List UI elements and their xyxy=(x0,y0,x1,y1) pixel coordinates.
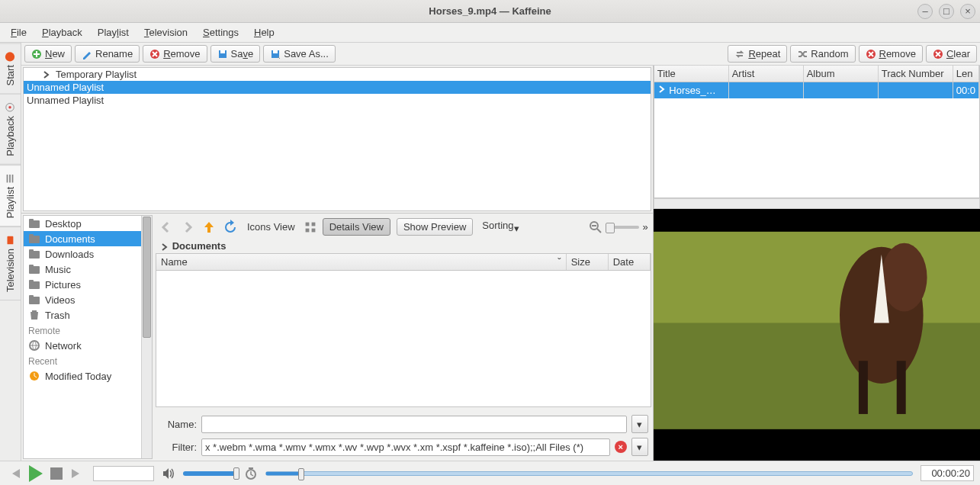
icons-view-icon[interactable] xyxy=(304,221,316,233)
maximize-button[interactable]: □ xyxy=(939,4,954,19)
menu-help[interactable]: Help xyxy=(246,24,282,40)
show-preview-button[interactable]: Show Preview xyxy=(397,218,473,236)
vtab-playback[interactable]: Playback xyxy=(0,94,21,165)
vtab-start[interactable]: Start xyxy=(0,43,21,94)
back-icon[interactable] xyxy=(159,220,174,235)
place-music[interactable]: Music xyxy=(24,262,152,277)
filter-input[interactable] xyxy=(201,438,610,456)
svg-rect-30 xyxy=(305,222,309,226)
seek-slider[interactable] xyxy=(265,471,913,476)
place-videos[interactable]: Videos xyxy=(24,292,152,307)
place-recent: Recent xyxy=(24,353,152,368)
col-name[interactable]: Name ˇ xyxy=(156,254,567,270)
place-downloads[interactable]: Downloads xyxy=(24,246,152,262)
overflow-icon[interactable]: » xyxy=(642,221,647,233)
remove-button[interactable]: Remove xyxy=(143,45,207,63)
playlist-row[interactable]: Temporary Playlist xyxy=(24,68,651,81)
save-as--button[interactable]: Save As... xyxy=(263,45,336,63)
col-size[interactable]: Size xyxy=(567,254,609,270)
menu-playback[interactable]: Playback xyxy=(34,24,90,40)
repeat-button[interactable]: Repeat xyxy=(728,45,787,63)
svg-rect-5 xyxy=(12,175,14,183)
place-modified-today[interactable]: Modified Today xyxy=(24,368,152,384)
menu-playlist[interactable]: Playlist xyxy=(90,24,137,40)
clear-button[interactable]: Clear xyxy=(926,45,977,63)
svg-rect-18 xyxy=(29,234,34,237)
forward-icon[interactable] xyxy=(180,220,195,235)
col-length[interactable]: Len xyxy=(953,66,979,82)
stop-button[interactable] xyxy=(50,467,63,480)
menu-television[interactable]: Television xyxy=(137,24,195,40)
file-list[interactable]: Name ˇ Size Date xyxy=(156,253,651,407)
breadcrumb[interactable]: Documents xyxy=(156,239,651,253)
svg-point-0 xyxy=(5,52,14,61)
svg-rect-24 xyxy=(29,280,34,283)
svg-rect-39 xyxy=(654,232,980,323)
track-list[interactable]: Horses_… 00:0 xyxy=(654,82,980,198)
save-button[interactable]: Save xyxy=(210,45,261,63)
col-album[interactable]: Album xyxy=(804,66,879,82)
playlist-row[interactable]: Unnamed Playlist xyxy=(24,81,651,94)
zoom-out-icon[interactable] xyxy=(589,220,602,234)
svg-point-2 xyxy=(9,107,12,110)
col-trackno[interactable]: Track Number xyxy=(879,66,953,82)
playback-bar: 00:00:20 xyxy=(0,461,980,485)
prev-track-icon[interactable] xyxy=(6,466,21,481)
place-documents[interactable]: Documents xyxy=(24,231,152,246)
position-box[interactable] xyxy=(93,466,154,481)
name-input[interactable] xyxy=(201,416,627,433)
timer-icon[interactable] xyxy=(244,467,258,480)
filter-label: Filter: xyxy=(159,442,197,453)
svg-rect-32 xyxy=(305,228,309,232)
place-network[interactable]: Network xyxy=(24,338,152,353)
svg-rect-12 xyxy=(273,50,278,53)
titlebar: Horses_9.mp4 — Kaffeine – □ × xyxy=(0,0,980,23)
place-trash[interactable]: Trash xyxy=(24,307,152,323)
name-label: Name: xyxy=(159,419,197,430)
volume-slider[interactable] xyxy=(183,471,236,476)
place-remote: Remote xyxy=(24,323,152,338)
menu-file[interactable]: File xyxy=(3,24,34,40)
next-track-icon[interactable] xyxy=(70,466,85,481)
remove-button[interactable]: Remove xyxy=(859,45,923,63)
svg-rect-27 xyxy=(32,310,37,312)
video-preview[interactable] xyxy=(654,209,980,461)
menu-settings[interactable]: Settings xyxy=(195,24,246,40)
icons-view-label[interactable]: Icons View xyxy=(244,221,298,233)
playlist-row[interactable]: Unnamed Playlist xyxy=(24,94,651,107)
places-panel[interactable]: DesktopDocumentsDownloadsMusicPicturesVi… xyxy=(23,215,153,459)
playlist-tree[interactable]: Temporary PlaylistUnnamed PlaylistUnname… xyxy=(23,67,651,211)
svg-rect-4 xyxy=(10,175,11,183)
new-button[interactable]: New xyxy=(24,45,72,63)
zoom-slider[interactable] xyxy=(606,226,639,229)
random-button[interactable]: Random xyxy=(790,45,855,63)
minimize-button[interactable]: – xyxy=(917,4,933,19)
filter-dropdown[interactable]: ▾ xyxy=(631,438,648,456)
play-button[interactable] xyxy=(29,465,43,482)
details-view-button[interactable]: Details View xyxy=(323,218,390,236)
menubar: File Playback Playlist Television Settin… xyxy=(0,23,980,43)
svg-rect-20 xyxy=(29,249,34,252)
sorting-label[interactable]: Sorting▾ xyxy=(479,220,522,234)
col-artist[interactable]: Artist xyxy=(729,66,804,82)
svg-point-41 xyxy=(881,243,927,312)
side-tabs: Start Playback Playlist Television xyxy=(0,43,21,461)
browser-toolbar: Icons View Details View Show Preview Sor… xyxy=(156,215,651,239)
close-button[interactable]: × xyxy=(960,4,975,19)
track-hscroll[interactable] xyxy=(654,198,980,209)
place-desktop[interactable]: Desktop xyxy=(24,216,152,231)
svg-rect-43 xyxy=(896,361,905,414)
col-date[interactable]: Date xyxy=(609,254,651,270)
vtab-television[interactable]: Television xyxy=(0,226,21,300)
col-title[interactable]: Title xyxy=(654,66,729,82)
volume-icon[interactable] xyxy=(162,467,175,480)
name-dropdown[interactable]: ▾ xyxy=(631,415,648,433)
place-pictures[interactable]: Pictures xyxy=(24,277,152,292)
track-row[interactable]: Horses_… 00:0 xyxy=(654,82,979,98)
clear-filter-icon[interactable]: × xyxy=(615,441,627,453)
vtab-playlist[interactable]: Playlist xyxy=(0,165,21,226)
rename-button[interactable]: Rename xyxy=(75,45,140,63)
svg-rect-10 xyxy=(220,50,225,53)
reload-icon[interactable] xyxy=(223,220,238,235)
up-icon[interactable] xyxy=(201,220,217,235)
